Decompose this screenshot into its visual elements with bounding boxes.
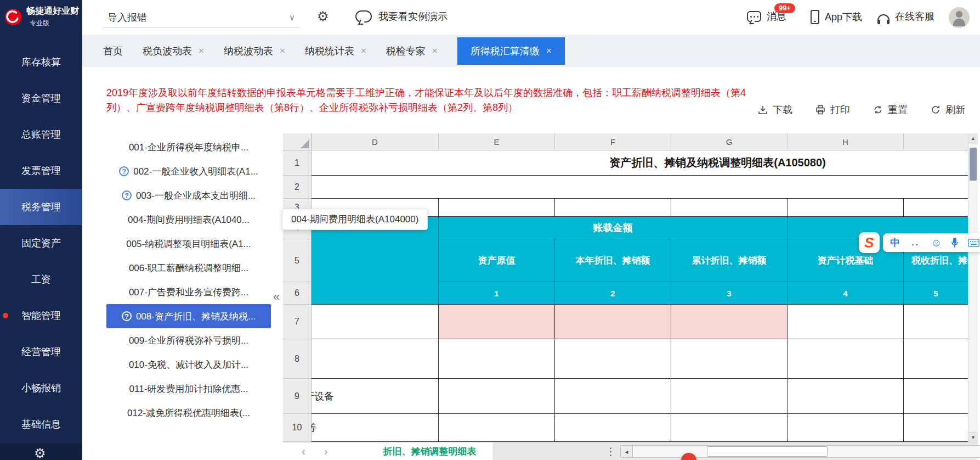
cell[interactable] <box>904 379 968 414</box>
cell[interactable] <box>671 199 788 217</box>
form-item-010[interactable]: 010-免税、减计收入及加计... <box>106 352 271 377</box>
column-header-g[interactable]: G <box>671 133 788 150</box>
reset-button[interactable]: 重置 <box>873 103 908 116</box>
close-icon[interactable]: × <box>361 46 366 57</box>
scroll-up-button[interactable]: ▲ <box>968 133 978 143</box>
tab-income-tax-settlement[interactable]: 所得税汇算清缴× <box>457 37 565 65</box>
print-button[interactable]: 打印 <box>815 103 850 116</box>
cell[interactable] <box>671 414 788 442</box>
column-number-cell[interactable]: 4 <box>788 282 904 305</box>
cell[interactable] <box>671 339 788 379</box>
user-avatar[interactable] <box>949 7 970 28</box>
sidebar-item-basic-info[interactable]: 基础信息 <box>0 406 82 442</box>
form-item-008[interactable]: ?008-资产折旧、摊销及纳税... <box>106 304 271 328</box>
column-header-h[interactable]: H <box>788 133 904 150</box>
next-sheet-icon[interactable]: › <box>324 445 328 458</box>
help-icon[interactable]: ? <box>122 311 132 321</box>
sidebar-item-inventory-accounting[interactable]: 库存核算 <box>0 44 82 80</box>
tab-tax-inspection-expert[interactable]: 税检专家× <box>386 44 438 58</box>
sheet-tab-depreciation[interactable]: 折旧、摊销调整明细表 <box>366 442 494 460</box>
cell[interactable] <box>788 199 904 217</box>
form-item-012[interactable]: 012-减免所得税优惠明细表(... <box>106 401 271 425</box>
cell[interactable] <box>439 199 555 217</box>
cell[interactable] <box>555 339 671 379</box>
subheader-cell[interactable]: 资产原值 <box>439 239 555 282</box>
editable-cell[interactable] <box>555 305 671 339</box>
select-all-corner[interactable] <box>283 133 311 150</box>
form-item-001[interactable]: 001-企业所得税年度纳税申... <box>106 135 271 159</box>
cell[interactable] <box>904 339 968 379</box>
cell[interactable] <box>439 379 555 414</box>
row-number[interactable]: 7 <box>283 305 311 339</box>
cell[interactable] <box>439 339 555 379</box>
horizontal-scroll-thumb[interactable] <box>707 446 828 457</box>
download-button[interactable]: 下载 <box>758 103 792 116</box>
cell[interactable] <box>788 414 904 442</box>
chinese-mode-icon[interactable]: 中 <box>890 236 900 249</box>
cell[interactable] <box>904 199 968 217</box>
column-header-f[interactable]: F <box>555 133 671 150</box>
prev-sheet-icon[interactable]: ‹ <box>302 445 305 458</box>
form-item-002[interactable]: ?002-一般企业收入明细表(A1... <box>106 159 271 183</box>
merged-project-header-cell[interactable] <box>311 217 439 305</box>
tab-tax-payment-fluctuation[interactable]: 纳税波动表× <box>224 44 285 58</box>
editable-cell[interactable] <box>671 305 788 339</box>
sidebar-item-fixed-assets[interactable]: 固定资产 <box>0 225 82 261</box>
demo-link[interactable]: 我要看实例演示 <box>355 10 447 23</box>
subheader-cell[interactable]: 累计折旧、摊销额 <box>671 239 788 282</box>
tab-tax-statistics[interactable]: 纳税统计表× <box>305 44 366 58</box>
close-icon[interactable]: × <box>432 46 438 57</box>
scroll-left-button[interactable]: ◂ <box>621 446 633 457</box>
vertical-scroll-thumb[interactable] <box>970 148 977 181</box>
cell[interactable] <box>555 379 671 414</box>
close-icon[interactable]: × <box>280 46 285 57</box>
horizontal-scrollbar[interactable]: ◂ ▸ <box>620 445 980 458</box>
column-number-cell[interactable]: 5 <box>904 282 968 305</box>
cell[interactable] <box>904 305 968 339</box>
sidebar-item-general-ledger[interactable]: 总账管理 <box>0 116 82 153</box>
cell[interactable] <box>311 339 439 379</box>
close-icon[interactable]: × <box>546 46 552 57</box>
sidebar-item-smart-management[interactable]: 智能管理 <box>0 298 82 334</box>
subheader-cell[interactable]: 本年折旧、摊销额 <box>555 239 671 282</box>
online-support-button[interactable]: 在线客服 <box>877 10 934 23</box>
microphone-icon[interactable] <box>951 237 959 248</box>
column-number-cell[interactable]: 2 <box>555 282 671 305</box>
import-error-dropdown[interactable]: 导入报错 ∨ <box>102 7 301 28</box>
sidebar-item-business-management[interactable]: 经营管理 <box>0 334 82 370</box>
more-sheets-icon[interactable]: ⋮ <box>605 445 616 458</box>
form-item-005[interactable]: 005-纳税调整项目明细表(A1... <box>106 232 271 256</box>
column-header-e[interactable]: E <box>439 133 555 150</box>
form-item-004[interactable]: 004-期间费用明细表(A1040... <box>106 207 271 232</box>
punctuation-icon[interactable]: ，。 <box>909 238 921 248</box>
column-header-d[interactable]: D <box>311 133 439 150</box>
form-item-003[interactable]: ?003-一般企业成本支出明细... <box>106 183 271 207</box>
form-item-009[interactable]: 009-企业所得税弥补亏损明... <box>106 328 271 352</box>
close-icon[interactable]: × <box>199 46 204 57</box>
column-number-cell[interactable]: 1 <box>439 282 555 305</box>
app-download-button[interactable]: App下载 <box>811 10 862 24</box>
cell[interactable]: 等 <box>311 414 439 442</box>
cell[interactable] <box>788 305 904 339</box>
cell[interactable] <box>439 414 555 442</box>
row-number[interactable]: 1 <box>283 150 311 176</box>
row-number[interactable]: 9 <box>283 379 311 414</box>
sidebar-item-expense-claims[interactable]: 小畅报销 <box>0 370 82 406</box>
group-header-cell[interactable]: 账载金额 <box>439 217 788 239</box>
row-number[interactable]: 2 <box>283 176 311 199</box>
cell[interactable]: 产设备 <box>311 379 439 414</box>
sidebar-item-funds-management[interactable]: 资金管理 <box>0 80 82 116</box>
column-header-i[interactable] <box>904 133 968 150</box>
editable-cell[interactable] <box>439 305 555 339</box>
row-number[interactable]: 5 <box>283 239 311 282</box>
sidebar-item-invoice-management[interactable]: 发票管理 <box>0 153 82 189</box>
sidebar-item-payroll[interactable]: 工资 <box>0 261 82 298</box>
tab-home[interactable]: 首页 <box>103 44 123 58</box>
refresh-button[interactable]: 刷新 <box>931 103 965 116</box>
settings-gear-icon[interactable]: ⚙ <box>34 446 46 460</box>
tab-tax-burden-fluctuation[interactable]: 税负波动表× <box>143 44 204 58</box>
vertical-scrollbar[interactable]: ▲ ▼ <box>968 133 978 442</box>
sidebar-item-tax-management[interactable]: 税务管理 <box>0 189 82 225</box>
cell[interactable] <box>311 176 968 199</box>
cell[interactable] <box>555 199 671 217</box>
